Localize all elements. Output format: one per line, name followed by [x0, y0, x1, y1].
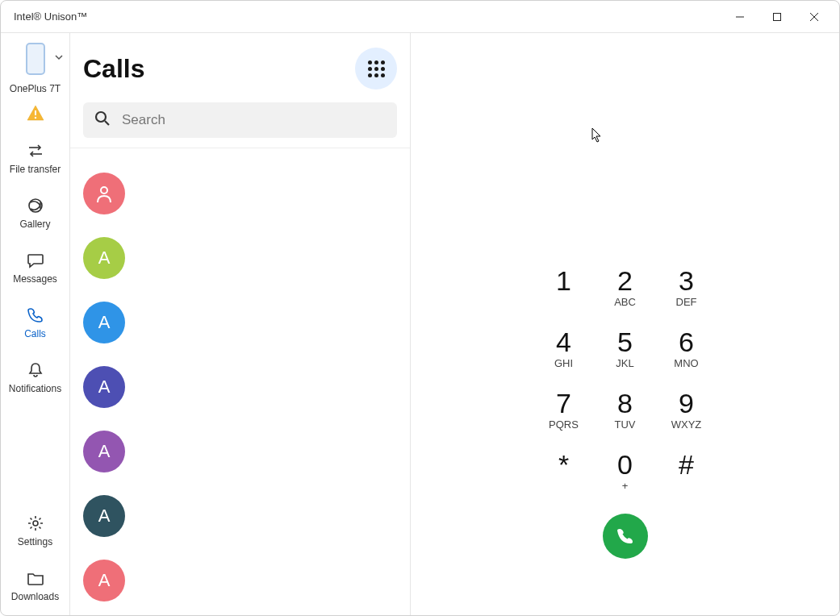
sidebar-item-label: Calls — [24, 328, 46, 339]
sidebar: OnePlus 7T File transfer Gallery — [1, 33, 70, 615]
dialer-letters: PQRS — [549, 418, 579, 431]
svg-point-10 — [33, 521, 38, 526]
dialer-digit: 5 — [617, 328, 633, 356]
folder-icon — [26, 568, 45, 588]
search-input[interactable] — [122, 112, 386, 128]
contact-row[interactable] — [83, 161, 397, 226]
search-field[interactable] — [83, 102, 397, 138]
sidebar-item-label: Messages — [13, 273, 57, 285]
sidebar-item-calls[interactable]: Calls — [1, 304, 69, 341]
minimize-button[interactable] — [721, 4, 759, 30]
search-icon — [94, 110, 111, 130]
messages-icon — [26, 251, 45, 270]
calls-icon — [26, 306, 45, 325]
dialer-key-2[interactable]: 2ABC — [595, 257, 656, 318]
contacts-list[interactable]: AAAAAA — [70, 148, 410, 615]
dialer-key-7[interactable]: 7PQRS — [533, 380, 595, 441]
contact-row[interactable]: A — [83, 226, 397, 290]
sidebar-item-label: Gallery — [19, 219, 50, 230]
sidebar-item-file-transfer[interactable]: File transfer — [1, 139, 69, 177]
sidebar-item-label: Notifications — [9, 383, 61, 394]
page-title: Calls — [83, 54, 144, 84]
contact-row[interactable]: A — [83, 548, 397, 613]
dialer-digit: 6 — [679, 328, 694, 356]
window-title: Intel® Unison™ — [14, 10, 721, 23]
sidebar-item-downloads[interactable]: Downloads — [1, 567, 69, 604]
contact-row[interactable]: A — [83, 290, 397, 355]
dialer-digit: 9 — [679, 389, 694, 417]
contact-row[interactable]: A — [83, 355, 397, 419]
avatar: A — [83, 237, 125, 279]
dialer-key-4[interactable]: 4GHI — [533, 318, 595, 380]
dialpad-button[interactable] — [355, 48, 397, 89]
avatar: A — [83, 560, 125, 601]
dialer-letters: GHI — [554, 357, 573, 370]
dialer-key-6[interactable]: 6MNO — [656, 318, 717, 380]
svg-rect-1 — [774, 13, 781, 20]
sidebar-item-notifications[interactable]: Notifications — [1, 359, 69, 396]
dialer-letters: + — [622, 480, 629, 493]
dialer-key-*[interactable]: * — [533, 441, 595, 502]
maximize-button[interactable] — [759, 4, 796, 30]
dialer-key-5[interactable]: 5JKL — [595, 318, 656, 380]
avatar: A — [83, 302, 125, 343]
contact-row[interactable]: A — [83, 484, 397, 548]
dialer-digit: # — [679, 451, 694, 478]
dialer-key-3[interactable]: 3DEF — [656, 257, 717, 318]
dialer-key-0[interactable]: 0+ — [595, 441, 656, 502]
svg-point-6 — [34, 117, 36, 119]
dialer-letters: TUV — [615, 418, 636, 431]
dialer-digit: * — [558, 451, 569, 478]
sidebar-item-messages[interactable]: Messages — [1, 249, 69, 286]
avatar — [83, 173, 125, 214]
dialer-letters: ABC — [614, 296, 636, 309]
dialer-letters: JKL — [616, 357, 633, 370]
gear-icon — [26, 514, 45, 533]
calls-panel: Calls AAAAAA — [70, 33, 411, 615]
avatar: A — [83, 431, 125, 472]
sidebar-item-gallery[interactable]: Gallery — [1, 194, 69, 231]
svg-line-12 — [105, 121, 109, 125]
dialer-key-1[interactable]: 1 — [533, 257, 595, 318]
svg-point-13 — [101, 187, 107, 194]
dialer-digit: 2 — [617, 267, 633, 294]
titlebar: Intel® Unison™ — [1, 1, 839, 33]
sidebar-item-label: Downloads — [11, 591, 59, 602]
dialer-letters: MNO — [674, 357, 698, 370]
device-name: OnePlus 7T — [10, 83, 61, 94]
close-button[interactable] — [796, 4, 833, 30]
dialer-letters: DEF — [676, 296, 697, 309]
dialer-digit: 7 — [556, 389, 571, 417]
bell-icon — [26, 360, 45, 380]
transfer-icon — [26, 141, 45, 160]
dialer-digit: 1 — [556, 267, 571, 294]
phone-icon — [615, 526, 636, 547]
dialer-letters: WXYZ — [671, 418, 702, 431]
warning-icon[interactable] — [26, 104, 45, 125]
dialer-keypad: 12ABC3DEF4GHI5JKL6MNO7PQRS8TUV9WXYZ*0+# — [533, 257, 717, 502]
dialer-key-9[interactable]: 9WXYZ — [656, 380, 717, 441]
svg-point-11 — [96, 112, 106, 122]
sidebar-item-settings[interactable]: Settings — [1, 512, 69, 549]
sidebar-item-label: File transfer — [10, 164, 61, 175]
dialer-key-8[interactable]: 8TUV — [595, 380, 656, 441]
contact-row[interactable]: A — [83, 419, 397, 484]
dialer-digit: 3 — [679, 267, 694, 294]
dialer-digit: 0 — [617, 451, 633, 478]
dialpad-icon — [368, 60, 385, 77]
phone-icon — [26, 43, 45, 75]
avatar: A — [83, 495, 125, 537]
dialer-key-#[interactable]: # — [656, 441, 717, 502]
dialer-digit: 4 — [556, 328, 571, 356]
dialer-panel: 12ABC3DEF4GHI5JKL6MNO7PQRS8TUV9WXYZ*0+# — [411, 33, 839, 615]
sidebar-item-label: Settings — [18, 536, 52, 547]
gallery-icon — [26, 196, 45, 215]
chevron-down-icon — [54, 52, 64, 62]
call-button[interactable] — [603, 514, 648, 559]
avatar: A — [83, 366, 125, 408]
device-selector[interactable] — [19, 41, 52, 77]
dialer-digit: 8 — [617, 389, 633, 417]
